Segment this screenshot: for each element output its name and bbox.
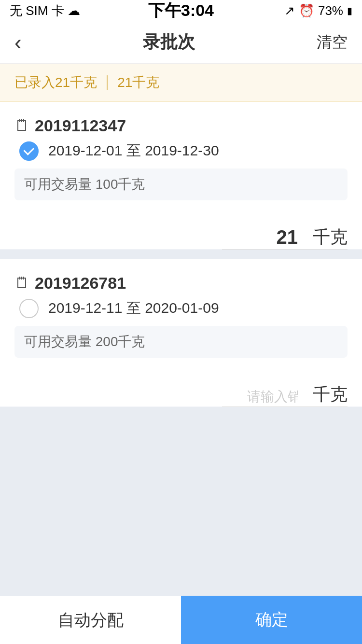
section-divider (0, 250, 362, 259)
footer: 自动分配 确定 (0, 596, 362, 644)
batch-date-2: 2019-12-11 至 2020-01-09 (48, 298, 219, 318)
availability-box-2: 可用交易量 200千克 (14, 326, 348, 358)
nav-bar: ‹ 录批次 清空 (0, 21, 362, 64)
batch-id-2: 2019126781 (35, 274, 126, 293)
status-right: ↗ ⏰ 73% ▮ (284, 3, 352, 18)
section-divider-2 (0, 407, 362, 417)
quantity-input-1[interactable] (247, 226, 305, 248)
page-title: 录批次 (143, 30, 195, 54)
status-left: 无 SIM 卡 ☁ (10, 2, 80, 19)
availability-box-1: 可用交易量 100千克 (14, 168, 348, 200)
unit-label-2: 千克 (313, 383, 348, 406)
radio-btn-2[interactable] (19, 299, 39, 318)
info-banner: 已录入21千克 21千克 (0, 64, 362, 102)
battery-text: 73% (318, 3, 343, 18)
alarm-icon: ⏰ (299, 3, 314, 18)
batch-date-row-1: 2019-12-01 至 2019-12-30 (14, 141, 348, 161)
auto-distribute-button[interactable]: 自动分配 (0, 596, 181, 644)
batch-item-1: 🗒 2019112347 2019-12-01 至 2019-12-30 可用交… (0, 102, 362, 218)
unit-label-1: 千克 (313, 225, 348, 249)
auto-distribute-label: 自动分配 (58, 609, 124, 631)
recorded-label: 已录入21千克 (14, 73, 97, 92)
status-bar: 无 SIM 卡 ☁ 下午3:04 ↗ ⏰ 73% ▮ (0, 0, 362, 21)
bottom-area (0, 417, 362, 619)
recorded-value: 21千克 (117, 73, 159, 92)
quantity-input-2[interactable] (247, 384, 305, 406)
batch-doc-icon-1: 🗒 (14, 117, 30, 135)
quantity-row-2: 千克 (0, 375, 362, 406)
clear-button[interactable]: 清空 (317, 32, 348, 53)
radio-btn-1[interactable] (19, 141, 39, 161)
banner-divider (107, 75, 108, 90)
batch-id-1: 2019112347 (35, 116, 126, 135)
batch-doc-icon-2: 🗒 (14, 274, 30, 292)
quantity-row-1: 千克 (0, 218, 362, 249)
batch-header-2: 🗒 2019126781 (14, 274, 348, 293)
back-button[interactable]: ‹ (14, 30, 22, 55)
battery-icon: ▮ (347, 5, 352, 16)
batch-header-1: 🗒 2019112347 (14, 116, 348, 135)
no-sim-text: 无 SIM 卡 ☁ (10, 2, 80, 19)
batch-date-1: 2019-12-01 至 2019-12-30 (48, 141, 219, 161)
status-time: 下午3:04 (148, 0, 214, 22)
batch-item-2: 🗒 2019126781 2019-12-11 至 2020-01-09 可用交… (0, 259, 362, 375)
confirm-button[interactable]: 确定 (181, 596, 362, 644)
confirm-label: 确定 (255, 609, 288, 631)
location-icon: ↗ (284, 3, 295, 18)
batch-date-row-2: 2019-12-11 至 2020-01-09 (14, 298, 348, 318)
